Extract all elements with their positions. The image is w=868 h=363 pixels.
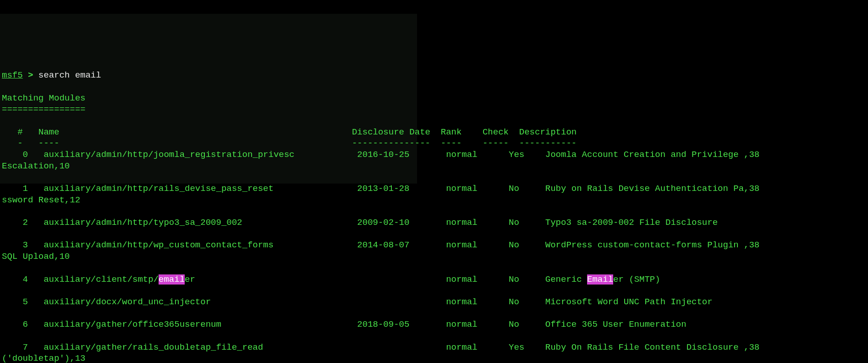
- section-separator: ================: [2, 104, 85, 114]
- module-row: 2 auxiliary/admin/http/typo3_sa_2009_002…: [2, 217, 866, 229]
- table-header: # Name Disclosure Date Rank Check Descri…: [2, 127, 577, 137]
- prompt-prefix: msf5: [2, 70, 23, 80]
- prompt-separator: >: [28, 70, 33, 80]
- section-header: Matching Modules: [2, 93, 85, 103]
- prompt-line: msf5 > search email: [2, 70, 866, 81]
- module-row: 5 auxiliary/docx/word_unc_injector norma…: [2, 296, 866, 308]
- terminal-output[interactable]: msf5 > search email Matching Modules ===…: [2, 70, 866, 363]
- module-row: 7 auxiliary/gather/rails_doubletap_file_…: [2, 342, 866, 363]
- module-row: 1 auxiliary/admin/http/rails_devise_pass…: [2, 183, 866, 206]
- command-text: search email: [38, 70, 101, 80]
- module-row: 0 auxiliary/admin/http/joomla_registrati…: [2, 149, 866, 172]
- module-row: 3 auxiliary/admin/http/wp_custom_contact…: [2, 240, 866, 262]
- module-row: 4 auxiliary/client/smtp/emailer normal N…: [2, 274, 866, 285]
- module-row: 6 auxiliary/gather/office365userenum 201…: [2, 319, 866, 330]
- table-separator: - ---- --------------- ---- ----- ------…: [2, 138, 577, 148]
